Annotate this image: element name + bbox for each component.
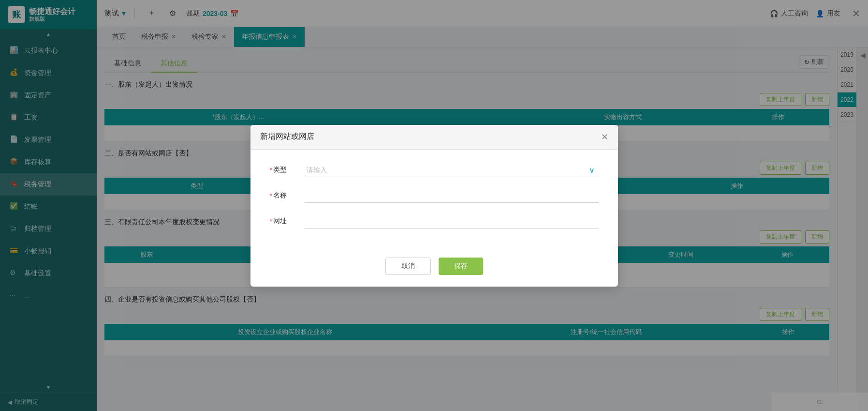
form-row-url: * 网址	[270, 214, 599, 228]
modal-close-button[interactable]: ✕	[601, 132, 608, 142]
form-label-url: * 网址	[270, 217, 299, 226]
modal-footer: 取消 保存	[250, 250, 618, 287]
modal-body: * 类型 ∨ * 名称	[250, 150, 618, 250]
form-input-name[interactable]	[305, 189, 599, 203]
modal-cancel-button[interactable]: 取消	[385, 258, 431, 275]
form-input-wrap-type: ∨	[305, 163, 599, 177]
form-row-name: * 名称	[270, 189, 599, 203]
form-input-wrap-url	[305, 214, 599, 228]
modal-save-button[interactable]: 保存	[439, 258, 483, 275]
form-label-name: * 名称	[270, 191, 299, 200]
modal-title: 新增网站或网店	[260, 132, 314, 142]
form-label-type: * 类型	[270, 166, 299, 174]
form-input-url[interactable]	[305, 214, 599, 228]
form-input-wrap-name	[305, 189, 599, 203]
modal-add-website: 新增网站或网店 ✕ * 类型 ∨ * 名称	[250, 125, 618, 287]
modal-overlay[interactable]: 新增网站或网店 ✕ * 类型 ∨ * 名称	[0, 0, 868, 411]
form-row-type: * 类型 ∨	[270, 163, 599, 177]
modal-header: 新增网站或网店 ✕	[250, 125, 618, 150]
form-input-type[interactable]	[305, 163, 599, 177]
